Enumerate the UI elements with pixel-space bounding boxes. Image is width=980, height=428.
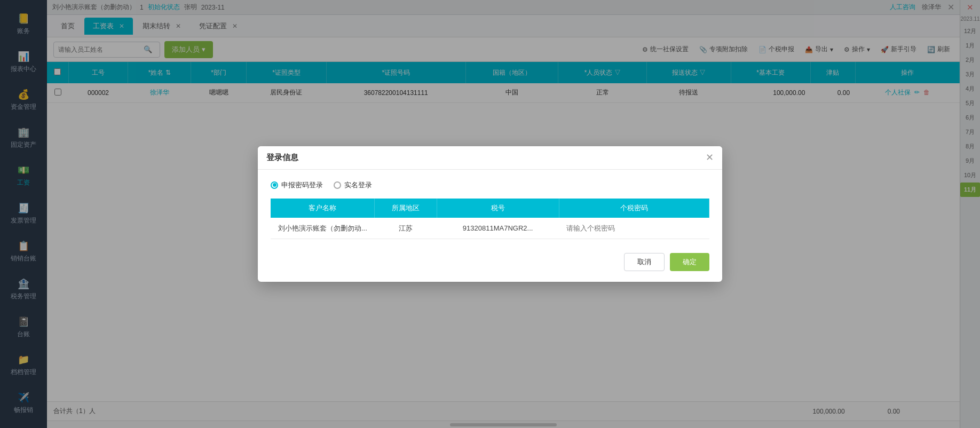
dialog-overlay: 登录信息 ✕ 申报密码登录 实名登录 客户名称 所属 bbox=[0, 0, 980, 428]
radio-realname-circle bbox=[334, 181, 341, 189]
dialog-header: 登录信息 ✕ bbox=[258, 146, 722, 170]
cancel-button[interactable]: 取消 bbox=[624, 253, 665, 271]
dialog-footer: 取消 确定 bbox=[258, 244, 722, 282]
inner-row-tax-id: 91320811MA7NGR2... bbox=[437, 218, 559, 239]
tax-password-input[interactable] bbox=[566, 224, 701, 232]
login-dialog: 登录信息 ✕ 申报密码登录 实名登录 客户名称 所属 bbox=[258, 146, 722, 282]
inner-th-tax-pwd: 个税密码 bbox=[559, 199, 709, 218]
inner-row-name: 刘小艳演示账套（勿删勿动... bbox=[271, 218, 375, 239]
confirm-button[interactable]: 确定 bbox=[670, 253, 709, 271]
radio-password-label: 申报密码登录 bbox=[281, 180, 323, 190]
radio-realname-label: 实名登录 bbox=[344, 180, 372, 190]
inner-row-tax-pwd[interactable] bbox=[559, 218, 709, 239]
login-type-radio-group: 申报密码登录 实名登录 bbox=[271, 180, 709, 190]
inner-th-name: 客户名称 bbox=[271, 199, 375, 218]
dialog-close-icon[interactable]: ✕ bbox=[706, 152, 714, 163]
inner-th-tax-id: 税号 bbox=[437, 199, 559, 218]
dialog-title: 登录信息 bbox=[266, 153, 298, 163]
radio-realname-login[interactable]: 实名登录 bbox=[334, 180, 372, 190]
radio-password-login[interactable]: 申报密码登录 bbox=[271, 180, 323, 190]
dialog-body: 申报密码登录 实名登录 客户名称 所属地区 税号 个税密码 bbox=[258, 170, 722, 245]
inner-table-row: 刘小艳演示账套（勿删勿动... 江苏 91320811MA7NGR2... bbox=[271, 218, 709, 239]
radio-password-circle bbox=[271, 181, 278, 189]
inner-table: 客户名称 所属地区 税号 个税密码 刘小艳演示账套（勿删勿动... 江苏 913… bbox=[271, 199, 709, 240]
inner-table-header-row: 客户名称 所属地区 税号 个税密码 bbox=[271, 199, 709, 218]
inner-row-region: 江苏 bbox=[375, 218, 437, 239]
inner-th-region: 所属地区 bbox=[375, 199, 437, 218]
